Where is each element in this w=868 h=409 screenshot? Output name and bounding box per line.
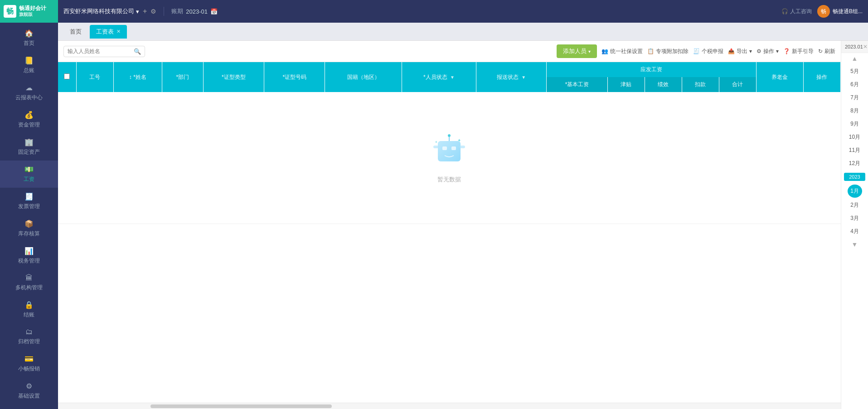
close-icon: 🔒 — [24, 301, 34, 309]
company-selector[interactable]: 西安虾米网络科技有限公司 ▾ — [63, 7, 139, 15]
sidebar-item-close-accounts[interactable]: 🔒 结账 — [0, 296, 58, 323]
month-11[interactable]: 11月 — [841, 144, 868, 157]
calendar-icon[interactable]: 📅 — [210, 8, 218, 15]
user-menu[interactable]: 畅 畅捷通B组... — [817, 5, 863, 18]
sidebar-item-settings[interactable]: ⚙ 基础设置 — [0, 377, 58, 404]
year-down-btn[interactable]: ▼ — [841, 239, 868, 250]
th-name: ↕ *姓名 — [113, 62, 162, 92]
sidebar-item-guide[interactable]: 📖 新手引导 — [0, 404, 58, 409]
export-icon: 📤 — [728, 48, 735, 54]
tab-salary[interactable]: 工资表 ✕ — [90, 25, 127, 39]
month-3[interactable]: 3月 — [841, 212, 868, 225]
app-logo: 畅 畅通好会计 旗舰版 — [0, 0, 58, 23]
service-label: 人工咨询 — [790, 8, 812, 15]
th-allowance: 津贴 — [607, 77, 645, 92]
status-filter-icon[interactable]: ▼ — [450, 75, 455, 80]
empty-state: ✦ ✦ 暂无数据 — [63, 96, 836, 220]
sidebar-item-home[interactable]: 🏠 首页 — [0, 24, 58, 52]
archive-icon: 🗂 — [25, 328, 33, 336]
social-security-btn[interactable]: 👥 统一社保设置 — [601, 48, 643, 55]
sidebar-item-label: 总账 — [24, 67, 34, 74]
refresh-btn[interactable]: ↻ 刷新 — [818, 48, 835, 55]
capital-icon: 💰 — [24, 111, 34, 119]
cloud-report-icon: ☁ — [25, 83, 33, 92]
special-deduction-btn[interactable]: 📋 专项附加扣除 — [647, 48, 689, 55]
guide-btn[interactable]: ❓ 新手引导 — [783, 48, 814, 55]
export-btn[interactable]: 📤 导出 ▾ — [728, 48, 752, 55]
tab-close-icon[interactable]: ✕ — [116, 29, 121, 34]
sidebar-item-fixed-assets[interactable]: 🏢 固定资产 — [0, 133, 58, 161]
month-2[interactable]: 2月 — [841, 199, 868, 212]
refresh-label: 刷新 — [824, 48, 835, 55]
svg-rect-2 — [451, 146, 456, 150]
search-icon[interactable]: 🔍 — [134, 48, 141, 55]
th-deduction: 扣款 — [682, 77, 719, 92]
th-checkbox[interactable] — [58, 62, 76, 92]
svg-rect-1 — [442, 146, 447, 150]
sidebar-item-label: 固定资产 — [18, 148, 40, 156]
sidebar-item-multi-org[interactable]: 🏛 多机构管理 — [0, 269, 58, 296]
year-up-btn[interactable]: ▲ — [841, 53, 868, 64]
report-filter-icon[interactable]: ▼ — [521, 75, 526, 80]
panel-period-value: 2023.01 — [845, 44, 863, 49]
main-area: 西安虾米网络科技有限公司 ▾ + ⚙ 账期 2023-01 📅 🎧 人工咨询 畅… — [58, 0, 868, 409]
scroll-bar-thumb[interactable] — [150, 404, 332, 408]
period-value: 2023-01 — [186, 8, 208, 15]
sidebar-item-salary[interactable]: 💵 工资 — [0, 161, 58, 188]
month-8[interactable]: 8月 — [841, 104, 868, 117]
search-box[interactable]: 🔍 — [63, 46, 145, 57]
month-7[interactable]: 7月 — [841, 91, 868, 104]
scroll-bar-container[interactable] — [58, 403, 841, 409]
settings-icon[interactable]: ⚙ — [150, 8, 156, 15]
sidebar-item-label: 首页 — [24, 39, 34, 47]
sidebar-item-tax[interactable]: 📊 税务管理 — [0, 242, 58, 269]
sidebar-nav: 🏠 首页 📒 总账 ☁ 云报表中心 💰 资金管理 🏢 固定资产 💵 工资 🧾 发… — [0, 23, 58, 409]
month-4[interactable]: 4月 — [841, 225, 868, 238]
topbar-divider — [164, 7, 164, 16]
sidebar-item-cloud-report[interactable]: ☁ 云报表中心 — [0, 79, 58, 106]
th-dept: *部门 — [162, 62, 204, 92]
service-button[interactable]: 🎧 人工咨询 — [781, 8, 812, 15]
sidebar-item-invoice[interactable]: 🧾 发票管理 — [0, 188, 58, 215]
sidebar-item-capital[interactable]: 💰 资金管理 — [0, 106, 58, 133]
personal-tax-icon: 🧾 — [693, 48, 700, 54]
tax-icon: 📊 — [24, 247, 34, 255]
multi-org-icon: 🏛 — [25, 274, 33, 282]
chevron-down-icon: ▾ — [136, 8, 139, 15]
salary-icon: 💵 — [24, 165, 34, 174]
month-10[interactable]: 10月 — [841, 131, 868, 144]
special-deduction-icon: 📋 — [647, 48, 654, 54]
sidebar-item-label: 发票管理 — [18, 203, 40, 210]
toolbar-right: 添加人员 ▾ 👥 统一社保设置 📋 专项附加扣除 🧾 — [557, 44, 835, 58]
empty-icon: ✦ ✦ — [431, 132, 467, 168]
tab-home[interactable]: 首页 — [63, 25, 88, 39]
th-performance: 绩效 — [645, 77, 682, 92]
period-selector[interactable]: 账期 2023-01 📅 — [171, 7, 218, 15]
month-12[interactable]: 12月 — [841, 157, 868, 170]
th-salary-group: 应发工资 — [547, 62, 756, 77]
select-all-checkbox[interactable] — [64, 73, 70, 79]
empty-state-cell: ✦ ✦ 暂无数据 — [58, 92, 841, 224]
search-input[interactable] — [68, 48, 131, 54]
refresh-icon: ↻ — [818, 48, 823, 54]
operations-label: 操作 — [763, 48, 774, 55]
th-id-type: *证型类型 — [203, 62, 264, 92]
month-6[interactable]: 6月 — [841, 78, 868, 91]
guide-icon: ❓ — [783, 48, 790, 54]
sidebar-item-archive[interactable]: 🗂 归档管理 — [0, 323, 58, 350]
sidebar-item-ledger[interactable]: 📒 总账 — [0, 52, 58, 79]
month-9[interactable]: 9月 — [841, 117, 868, 131]
th-pension: 养老金 — [756, 62, 803, 92]
sidebar-item-inventory[interactable]: 📦 库存核算 — [0, 215, 58, 242]
special-deduction-label: 专项附加扣除 — [656, 48, 689, 55]
personal-tax-btn[interactable]: 🧾 个税申报 — [693, 48, 723, 55]
sidebar-item-expense[interactable]: 💳 小畅报销 — [0, 350, 58, 377]
add-company-icon[interactable]: + — [143, 7, 147, 15]
close-panel-icon[interactable]: ✕ — [863, 44, 868, 50]
operations-btn[interactable]: ⚙ 操作 ▾ — [756, 48, 779, 55]
month-1[interactable]: 1月 — [848, 185, 862, 198]
add-person-button[interactable]: 添加人员 ▾ — [557, 44, 597, 58]
table-container: 工号 ↕ *姓名 *部门 *证型类型 *证型号码 国籍（地区） *人员状态 ▼ — [58, 62, 841, 403]
month-5[interactable]: 5月 — [841, 65, 868, 78]
sidebar-item-label: 工资 — [24, 175, 34, 183]
